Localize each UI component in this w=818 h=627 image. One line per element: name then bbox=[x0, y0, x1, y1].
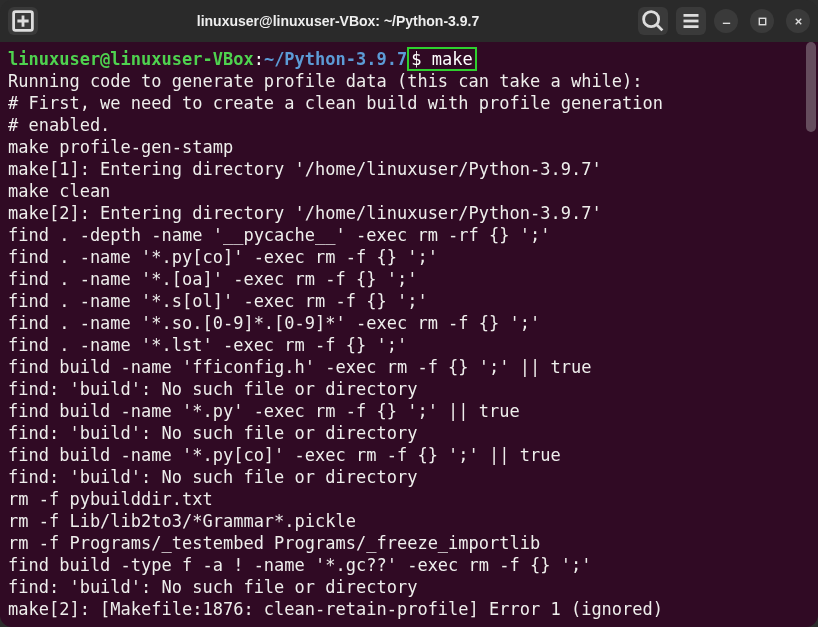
output-line: Running code to generate profile data (t… bbox=[8, 70, 810, 92]
output-line: find . -name '*.s[ol]' -exec rm -f {} ';… bbox=[8, 290, 810, 312]
new-tab-button[interactable] bbox=[8, 7, 38, 35]
scrollbar-thumb[interactable] bbox=[806, 42, 816, 132]
output-line: find . -depth -name '__pycache__' -exec … bbox=[8, 224, 810, 246]
svg-line-4 bbox=[657, 25, 663, 31]
output-line: find . -name '*.so.[0-9]*.[0-9]*' -exec … bbox=[8, 312, 810, 334]
output-line: rm -f Programs/_testembed Programs/_free… bbox=[8, 532, 810, 554]
svg-point-3 bbox=[644, 12, 659, 27]
output-line: rm -f pybuilddir.txt bbox=[8, 488, 810, 510]
svg-rect-9 bbox=[759, 18, 765, 24]
scrollbar[interactable] bbox=[806, 42, 816, 627]
output-line: find build -name '*.py' -exec rm -f {} '… bbox=[8, 400, 810, 422]
command-highlight: $ make bbox=[407, 47, 476, 71]
maximize-button[interactable] bbox=[750, 9, 774, 33]
search-button[interactable] bbox=[638, 7, 668, 35]
prompt-colon: : bbox=[254, 49, 264, 69]
close-button[interactable] bbox=[786, 9, 810, 33]
output-line: find . -name '*.[oa]' -exec rm -f {} ';' bbox=[8, 268, 810, 290]
output-line: find: 'build': No such file or directory bbox=[8, 576, 810, 598]
output-line: find build -name 'fficonfig.h' -exec rm … bbox=[8, 356, 810, 378]
output-line: make[2]: [Makefile:1876: clean-retain-pr… bbox=[8, 598, 810, 620]
window-title: linuxuser@linuxuser-VBox: ~/Python-3.9.7 bbox=[46, 13, 630, 29]
output-line: find build -type f -a ! -name '*.gc??' -… bbox=[8, 554, 810, 576]
command-text: make bbox=[432, 49, 473, 69]
prompt-userhost: linuxuser@linuxuser-VBox bbox=[8, 49, 254, 69]
output-line: find: 'build': No such file or directory bbox=[8, 466, 810, 488]
prompt-dollar: $ bbox=[411, 49, 431, 69]
prompt-path: ~/Python-3.9.7 bbox=[264, 49, 407, 69]
output-line: make[1]: Entering directory '/home/linux… bbox=[8, 158, 810, 180]
output-line: find: 'build': No such file or directory bbox=[8, 378, 810, 400]
prompt-line: linuxuser@linuxuser-VBox:~/Python-3.9.7$… bbox=[8, 48, 810, 70]
output-line: # First, we need to create a clean build… bbox=[8, 92, 810, 114]
output-line: find: 'build': No such file or directory bbox=[8, 422, 810, 444]
output-line: find . -name '*.lst' -exec rm -f {} ';' bbox=[8, 334, 810, 356]
output-line: make clean bbox=[8, 180, 810, 202]
output-line: make[2]: Entering directory '/home/linux… bbox=[8, 202, 810, 224]
output-line: find build -name '*.py[co]' -exec rm -f … bbox=[8, 444, 810, 466]
terminal-output: Running code to generate profile data (t… bbox=[8, 70, 810, 620]
output-line: # enabled. bbox=[8, 114, 810, 136]
output-line: make profile-gen-stamp bbox=[8, 136, 810, 158]
menu-button[interactable] bbox=[676, 7, 706, 35]
terminal-content[interactable]: linuxuser@linuxuser-VBox:~/Python-3.9.7$… bbox=[0, 42, 818, 627]
output-line: rm -f Lib/lib2to3/*Grammar*.pickle bbox=[8, 510, 810, 532]
output-line: find . -name '*.py[co]' -exec rm -f {} '… bbox=[8, 246, 810, 268]
minimize-button[interactable] bbox=[714, 9, 738, 33]
titlebar: linuxuser@linuxuser-VBox: ~/Python-3.9.7 bbox=[0, 0, 818, 42]
